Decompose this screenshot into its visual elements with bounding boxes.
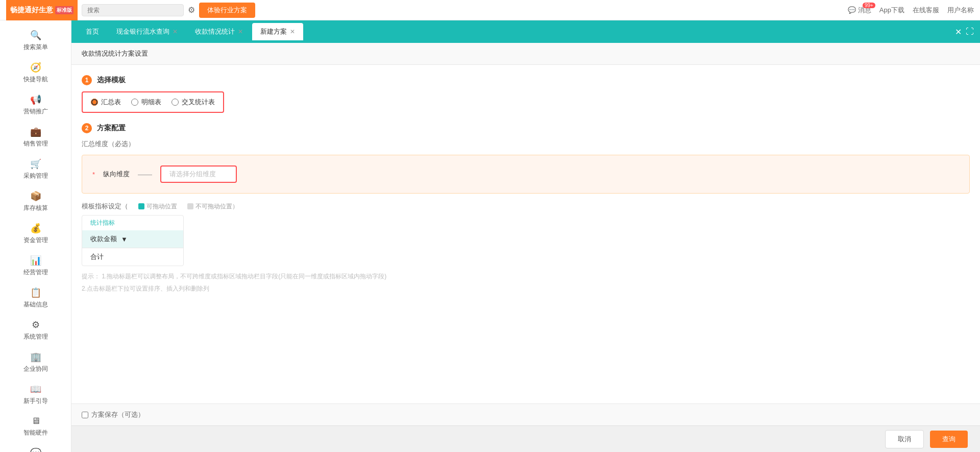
- page-content: 收款情况统计方案设置 1 选择模板 汇总表: [71, 43, 980, 425]
- save-checkbox[interactable]: [82, 412, 88, 418]
- wechat-icon: 💬: [30, 447, 41, 452]
- logo: 畅捷通好生意 标准版: [6, 0, 78, 20]
- tab-bar: 首页 现金银行流水查询 ✕ 收款情况统计 ✕ 新建方案 ✕ ✕ ⛶: [71, 20, 980, 43]
- dimension-row: * 纵向维度 —— 请选择分组维度: [92, 165, 959, 183]
- sidebar-label-search: 搜索菜单: [23, 43, 48, 52]
- tab-close-icon[interactable]: ✕: [955, 27, 962, 37]
- tab-receipt[interactable]: 收款情况统计 ✕: [187, 23, 251, 40]
- search-icon: 🔍: [30, 30, 41, 41]
- radio-cross-label: 交叉统计表: [182, 98, 215, 107]
- step2-section: 2 方案配置 汇总维度（必选） * 纵向维度 —— 请选择分组: [82, 123, 970, 299]
- dimension-select[interactable]: 请选择分组维度: [160, 165, 237, 183]
- metrics-section: 模板指标设定（ 可拖动位置 不可拖动位置） 统计指标: [82, 202, 970, 266]
- logo-sub: 标准版: [55, 6, 74, 14]
- sidebar-item-corp[interactable]: 🏢 企业协同: [0, 346, 71, 378]
- main-layout: 🔍 搜索菜单 🧭 快捷导航 📢 营销推广 💼 销售管理 🛒 采购管理 📦 库存核…: [0, 20, 980, 452]
- sidebar-item-hardware[interactable]: 🖥 智能硬件: [0, 411, 71, 442]
- metrics-col-row: 合计: [82, 248, 183, 266]
- sidebar-item-finance[interactable]: 💰 资金管理: [0, 218, 71, 250]
- tab-new-plan-close[interactable]: ✕: [290, 28, 295, 35]
- tab-receipt-close[interactable]: ✕: [238, 28, 243, 35]
- basic-icon: 📋: [30, 287, 41, 298]
- query-button[interactable]: 查询: [930, 431, 968, 448]
- save-checkbox-label[interactable]: 方案保存（可选）: [82, 410, 144, 419]
- draggable-label: 可拖动位置: [146, 202, 177, 211]
- sidebar-label-guide: 新手引导: [23, 397, 48, 406]
- sidebar-item-system[interactable]: ⚙ 系统管理: [0, 314, 71, 346]
- dimension-area: * 纵向维度 —— 请选择分组维度: [82, 155, 970, 194]
- dimension-placeholder: 请选择分组维度: [169, 170, 216, 178]
- system-icon: ⚙: [32, 319, 40, 330]
- radio-detail[interactable]: 明细表: [131, 98, 161, 107]
- sidebar-label-nav: 快捷导航: [23, 75, 48, 84]
- dimension-label: 纵向维度: [103, 170, 130, 179]
- sidebar-label-operation: 经营管理: [23, 268, 48, 277]
- metrics-col-row-text: 合计: [90, 253, 104, 260]
- sidebar-label-marketing: 营销推广: [23, 107, 48, 116]
- radio-cross[interactable]: 交叉统计表: [172, 98, 215, 107]
- operation-icon: 📊: [30, 255, 41, 266]
- sidebar-label-system: 系统管理: [23, 332, 48, 341]
- save-checkbox-text: 方案保存（可选）: [91, 410, 144, 419]
- radio-cross-input[interactable]: [172, 99, 179, 106]
- metrics-col-header-text: 收款金额: [90, 234, 117, 244]
- tab-home[interactable]: 首页: [78, 23, 107, 40]
- metrics-table-area: 统计指标 收款金额 ▼ 合计: [82, 215, 184, 266]
- sidebar-item-search[interactable]: 🔍 搜索菜单: [0, 25, 71, 57]
- guide-icon: 📖: [30, 384, 41, 395]
- hardware-icon: 🖥: [31, 416, 40, 426]
- sidebar-item-inventory[interactable]: 📦 库存核算: [0, 185, 71, 218]
- draggable-indicator: 可拖动位置: [138, 202, 177, 211]
- step2-title: 方案配置: [97, 124, 126, 133]
- radio-summary[interactable]: 汇总表: [91, 98, 121, 107]
- step2-label: 2 方案配置: [82, 123, 970, 133]
- step1-section: 1 选择模板 汇总表 明细表: [82, 75, 970, 113]
- content-area: 首页 现金银行流水查询 ✕ 收款情况统计 ✕ 新建方案 ✕ ✕ ⛶: [71, 20, 980, 452]
- gear-icon[interactable]: ⚙: [188, 5, 195, 15]
- sidebar-item-nav[interactable]: 🧭 快捷导航: [0, 57, 71, 89]
- dimension-required: *: [92, 171, 95, 178]
- cancel-button[interactable]: 取消: [885, 430, 924, 448]
- sidebar-item-basic[interactable]: 📋 基础信息: [0, 282, 71, 314]
- step2-number: 2: [82, 123, 92, 133]
- dimension-title: 汇总维度（必选）: [82, 139, 970, 149]
- tip-1: 提示： 1.拖动标题栏可以调整布局，不可跨维度或指标区域拖动栏目字段(只能在同一…: [82, 270, 970, 282]
- dimension-arrow: ——: [138, 170, 152, 178]
- metrics-header: 模板指标设定（ 可拖动位置 不可拖动位置）: [82, 202, 970, 211]
- metrics-label: 统计指标: [82, 216, 183, 227]
- non-draggable-indicator: 不可拖动位置）: [187, 202, 238, 211]
- tab-cashflow-label: 现金银行流水查询: [116, 27, 169, 36]
- sidebar-item-operation[interactable]: 📊 经营管理: [0, 250, 71, 282]
- metrics-col-header[interactable]: 收款金额 ▼: [82, 230, 183, 248]
- inventory-icon: 📦: [30, 191, 41, 202]
- msg-count: 99+: [863, 3, 875, 8]
- tab-expand-icon[interactable]: ⛶: [966, 27, 974, 36]
- tab-controls: ✕ ⛶: [955, 27, 974, 37]
- download-label[interactable]: App下载: [879, 6, 904, 15]
- message-area[interactable]: 💬 消息 99+: [848, 6, 871, 15]
- tab-new-plan[interactable]: 新建方案 ✕: [252, 23, 303, 40]
- sidebar-item-wechat[interactable]: 💬 企业微信: [0, 442, 71, 452]
- chevron-down-icon: ▼: [121, 235, 128, 243]
- sidebar-item-marketing[interactable]: 📢 营销推广: [0, 89, 71, 121]
- page-header-title: 收款情况统计方案设置: [82, 50, 148, 57]
- search-input[interactable]: [82, 4, 184, 16]
- sidebar-item-purchase[interactable]: 🛒 采购管理: [0, 153, 71, 185]
- template-select-box: 汇总表 明细表 交叉统计表: [82, 91, 224, 113]
- service-label[interactable]: 在线客服: [913, 6, 939, 15]
- tab-cashflow[interactable]: 现金银行流水查询 ✕: [108, 23, 186, 40]
- sidebar-item-guide[interactable]: 📖 新手引导: [0, 378, 71, 411]
- drag-dot-active: [138, 203, 144, 209]
- radio-detail-input[interactable]: [131, 99, 138, 106]
- radio-summary-input[interactable]: [91, 99, 98, 106]
- trial-button[interactable]: 体验行业方案: [199, 3, 255, 18]
- user-name[interactable]: 用户名称: [947, 6, 974, 15]
- sidebar-item-sales[interactable]: 💼 销售管理: [0, 121, 71, 153]
- corp-icon: 🏢: [30, 351, 41, 363]
- sidebar-label-corp: 企业协同: [23, 365, 48, 373]
- tips-section: 提示： 1.拖动标题栏可以调整布局，不可跨维度或指标区域拖动栏目字段(只能在同一…: [82, 266, 970, 299]
- page-footer: 方案保存（可选）: [71, 403, 980, 425]
- step1-number: 1: [82, 75, 92, 85]
- tab-cashflow-close[interactable]: ✕: [173, 28, 178, 35]
- settings-form: 1 选择模板 汇总表 明细表: [71, 65, 980, 403]
